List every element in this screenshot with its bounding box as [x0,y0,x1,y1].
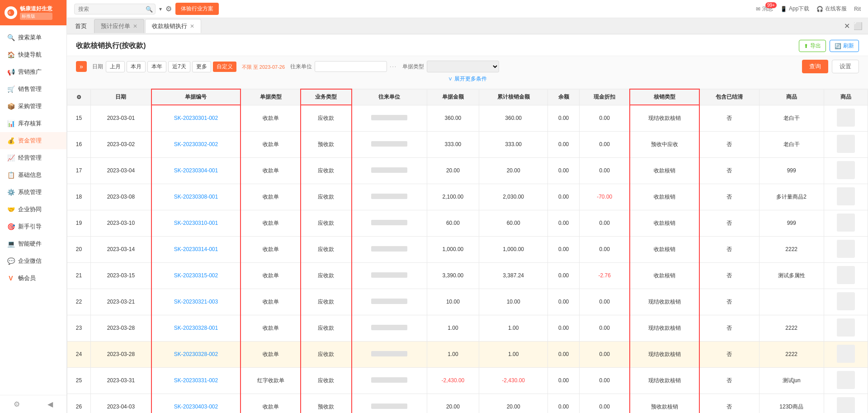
collection-tab-close[interactable]: ✕ [190,23,194,29]
home-tab-label: 首页 [75,22,87,30]
sidebar-item-inventory-label: 库存核算 [18,119,42,128]
filter-expand-more[interactable]: ∨ 展开更多条件 [76,73,859,85]
maximize-window-icon[interactable]: ⬜ [854,22,863,30]
col-voucher-no: 单据编号 [151,89,241,105]
solution-button[interactable]: 体验行业方案 [175,3,219,15]
tab-payable[interactable]: 预计应付单 ✕ [94,19,144,33]
voucher-code-link[interactable]: SK-20230315-002 [174,272,218,279]
search-input[interactable] [74,4,156,14]
more-date-btn[interactable]: 更多 [192,61,211,72]
sidebar-item-enterprise[interactable]: 🤝 企业协同 [0,201,66,218]
row-has-settled: 否 [699,131,759,157]
sidebar-item-purchase[interactable]: 📦 采购管理 [0,98,66,115]
row-code: SK-20230301-002 [151,105,241,131]
table-row: 20 2023-03-14 SK-20230314-001 收款单 应收款 1,… [67,236,868,262]
voucher-code-link[interactable]: SK-20230328-002 [174,351,218,357]
row-verify-type: 收款核销 [630,184,699,210]
voucher-code-link[interactable]: SK-20230302-002 [174,141,218,147]
tab-home[interactable]: 首页 [69,19,93,33]
row-partner [352,236,427,262]
service-label: 在线客服 [825,5,847,13]
filter-bar: » 日期 上月 本月 本年 近7天 更多 自定义 不限 至 2023-07-26 [67,56,868,89]
tab-collection[interactable]: 收款核销执行 ✕ [145,19,201,33]
row-code: SK-20230328-001 [151,315,241,341]
row-type: 收款单 [241,262,301,289]
sidebar-item-hardware[interactable]: 💻 智能硬件 [0,235,66,252]
row-product1: 2222 [759,315,824,341]
app-download-button[interactable]: 📱 App下载 [780,5,809,13]
row-biz-type: 应收款 [301,367,352,394]
table-settings-button[interactable]: 设置 [832,60,859,73]
topbar-gear-icon[interactable]: ⚙ [165,5,172,13]
row-balance: 0.00 [548,184,580,210]
this-year-btn[interactable]: 本年 [147,61,166,72]
voucher-code-link[interactable]: SK-20230310-001 [174,220,218,226]
row-amount: 20.00 [427,157,479,184]
row-accum: 10.00 [479,289,548,315]
sidebar-item-quicknav[interactable]: 🏠 快捷导航 [0,46,66,63]
row-biz-type: 应收款 [301,289,352,315]
partner-input[interactable] [315,61,387,72]
row-code: SK-20230302-002 [151,131,241,157]
sidebar-item-wechat-label: 企业微信 [18,257,42,265]
mobile-icon: 📱 [780,6,787,12]
sidebar-item-sales[interactable]: 🛒 销售管理 [0,81,66,98]
row-discount: 0.00 [580,341,630,367]
voucher-code-link[interactable]: SK-20230304-001 [174,167,218,174]
voucher-code-link[interactable]: SK-20230331-002 [174,377,218,384]
marketing-icon: 📢 [7,68,14,76]
col-settings[interactable]: ⚙ [67,89,91,105]
sidebar: 6 畅康道好生意 标推版 🔍 搜索菜单 🏠 快捷导航 📢 营销推广 🛒 销售管理… [0,0,67,413]
row-partner [352,131,427,157]
last-7days-btn[interactable]: 近7天 [168,61,190,72]
collapse-icon[interactable]: ◀ [47,400,53,408]
row-partner [352,184,427,210]
sidebar-item-inventory[interactable]: 📊 库存核算 [0,115,66,132]
refresh-icon: 🔄 [835,43,841,49]
sidebar-item-basics[interactable]: 📋 基础信息 [0,166,66,184]
voucher-code-link[interactable]: SK-20230301-002 [174,115,218,121]
topbar-dropdown[interactable]: ▾ [159,6,162,12]
row-accum: 1.00 [479,315,548,341]
voucher-type-select[interactable] [427,61,499,72]
sidebar-item-finance[interactable]: 💰 资金管理 [0,132,66,149]
home-icon: 🏠 [7,51,14,58]
page-content: 收款核销执行(按收款) ⬆ 导出 🔄 刷新 » 日期 上月 [67,34,868,413]
payable-tab-close[interactable]: ✕ [133,23,137,29]
sidebar-item-system[interactable]: ⚙️ 系统管理 [0,184,66,201]
row-no: 24 [67,341,91,367]
col-voucher-type: 单据类型 [241,89,301,105]
sidebar-item-operations[interactable]: 📈 经营管理 [0,149,66,166]
sidebar-item-member[interactable]: V 畅会员 [0,270,66,287]
inventory-icon: 📊 [7,120,14,127]
last-month-btn[interactable]: 上月 [106,61,125,72]
row-date: 2023-03-01 [90,105,151,131]
refresh-button[interactable]: 🔄 刷新 [830,40,859,52]
sidebar-item-search[interactable]: 🔍 搜索菜单 [0,29,66,46]
close-window-icon[interactable]: ✕ [844,22,850,30]
query-button[interactable]: 查询 [802,60,828,73]
row-verify-type: 收款核销 [630,210,699,236]
settings-bottom-icon[interactable]: ⚙ [14,400,20,408]
this-month-btn[interactable]: 本月 [127,61,146,72]
message-button[interactable]: ✉ 消息 99+ [756,5,773,13]
export-button[interactable]: ⬆ 导出 [799,40,826,52]
row-verify-type: 预收中应收 [630,131,699,157]
row-accum: 360.00 [479,105,548,131]
voucher-code-link[interactable]: SK-20230321-003 [174,299,218,305]
row-date: 2023-04-03 [90,394,151,413]
row-biz-type: 预收款 [301,394,352,413]
sidebar-item-marketing[interactable]: 📢 营销推广 [0,63,66,81]
voucher-code-link[interactable]: SK-20230314-001 [174,246,218,252]
filter-expand-button[interactable]: » [76,61,87,72]
online-service-button[interactable]: 🎧 在线客服 [816,5,847,13]
voucher-code-link[interactable]: SK-20230328-001 [174,325,218,331]
row-accum: 1,000.00 [479,236,548,262]
row-discount: 0.00 [580,289,630,315]
sidebar-item-guide[interactable]: 🎯 新手引导 [0,218,66,235]
voucher-code-link[interactable]: SK-20230308-001 [174,194,218,200]
row-biz-type: 预收款 [301,131,352,157]
voucher-code-link[interactable]: SK-20230403-002 [174,404,218,410]
custom-date-btn[interactable]: 自定义 [213,62,236,72]
sidebar-item-wechat[interactable]: 💬 企业微信 [0,252,66,270]
